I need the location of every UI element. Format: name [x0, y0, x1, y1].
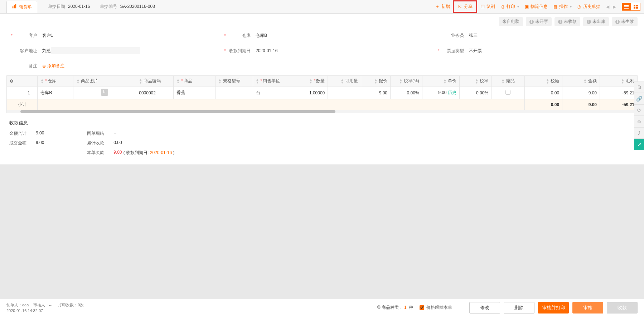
cell-taxamt: 0.00	[525, 87, 562, 99]
add-remark-link[interactable]: ⊕添加备注	[42, 63, 64, 69]
col-taxrate[interactable]: ▲▼税率(%)	[391, 76, 422, 87]
grid-header-row: ⚙ ▲▼*仓库 ▲▼商品图片 ▲▼商品编码 ▲▼*商品 ▲▼规格型号 ▲▼*销售…	[7, 76, 638, 87]
cell-gift[interactable]	[492, 87, 525, 99]
cell-saleunit[interactable]: 台	[253, 87, 290, 99]
col-index	[20, 76, 38, 87]
delete-button[interactable]: 删除	[504, 302, 534, 313]
cell-warehouse[interactable]: 仓库B	[38, 87, 73, 99]
svg-rect-2	[15, 4, 16, 8]
col-taxamt[interactable]: ▲▼税额	[525, 76, 562, 87]
rail-link-button[interactable]: 🔗	[634, 93, 644, 104]
image-placeholder-icon	[101, 89, 108, 96]
rail-user-button[interactable]: ☺	[634, 116, 644, 127]
svg-rect-9	[636, 7, 638, 9]
svg-rect-4	[624, 6, 629, 7]
no-value: SA-20200116-003	[120, 4, 155, 9]
footer-mid: © 商品种类：1 种 价格跟踪本单 修改 删除 审核并打印 审核 收款	[377, 302, 638, 313]
field-salesman: *业务员张三	[438, 33, 630, 39]
cell-qty[interactable]: 1.00000	[290, 87, 328, 99]
col-amount[interactable]: ▲▼金额	[562, 76, 600, 87]
field-customer: *客户客户1	[11, 33, 203, 39]
cell-price[interactable]: 9.00历史	[422, 87, 460, 99]
col-spec[interactable]: ▲▼规格型号	[215, 76, 253, 87]
table-row[interactable]: 1 仓库B 0000002 香蕉 台 1.00000 9.00 0.00% 9.…	[7, 87, 638, 99]
cell-image[interactable]	[73, 87, 136, 99]
pill-source: 来自电脑	[499, 17, 523, 26]
history-button[interactable]: ◷历史单据	[575, 2, 602, 11]
follow-price-checkbox[interactable]: 价格跟踪本单	[420, 305, 452, 311]
footer: 制单人：aaa 审核人：-- 打印次数：0次 2020-01-16 14:32:…	[0, 299, 644, 316]
audit-print-button[interactable]: 审核并打印	[538, 302, 569, 313]
col-image[interactable]: ▲▼商品图片	[73, 76, 136, 87]
copy-button[interactable]: ❐复制	[478, 2, 497, 11]
nav-arrows: ◀ ▶	[606, 4, 616, 9]
col-available[interactable]: ▲▼可用量	[328, 76, 361, 87]
col-profit[interactable]: ▲▼毛利	[600, 76, 638, 87]
link-icon: 🔗	[636, 96, 642, 102]
side-rail: 🗎 🔗 ⟳ ☺ ⤴ ⤢	[634, 82, 644, 150]
grid-horizontal-scrollbar[interactable]	[6, 110, 638, 113]
new-button[interactable]: ＋新增	[433, 2, 452, 11]
pill-unpaid: i未收款	[555, 17, 580, 26]
rail-doc-button[interactable]: 🗎	[634, 82, 644, 93]
topbar-actions: ＋新增 ⇱分享 ❐复制 ⎙打印▾ ▣物流信息 ▦操作▾ ◷历史单据 ◀ ▶	[433, 0, 640, 13]
cell-taxrate[interactable]: 0.00%	[391, 87, 422, 99]
date-value: 2020-01-16	[68, 4, 90, 9]
maker-value: aaa	[22, 303, 29, 307]
warehouse-value[interactable]: 仓库B	[256, 33, 267, 39]
info-icon: i	[558, 20, 562, 24]
rail-refresh-button[interactable]: ⟳	[634, 104, 644, 116]
view-list-button[interactable]	[622, 3, 631, 11]
customer-value[interactable]: 客户1	[42, 33, 53, 39]
invoice-value[interactable]: 不开票	[469, 48, 482, 54]
grid-settings-button[interactable]: ⚙	[7, 76, 20, 87]
refresh-icon: ⟳	[637, 107, 641, 113]
info-icon: i	[587, 20, 591, 24]
rail-share-button[interactable]: ⤴	[634, 127, 644, 139]
scrollbar-thumb[interactable]	[20, 110, 335, 113]
col-quote[interactable]: ▲▼报价	[361, 76, 391, 87]
address-value[interactable]: 刘总	[42, 48, 51, 54]
salesman-value[interactable]: 张三	[469, 33, 478, 39]
truck-icon: ▣	[524, 4, 529, 9]
col-warehouse[interactable]: ▲▼*仓库	[38, 76, 73, 87]
print-button[interactable]: ⎙打印▾	[498, 2, 521, 11]
price-history-link[interactable]: 历史	[448, 90, 456, 95]
prev-record-button[interactable]: ◀	[606, 4, 609, 9]
modify-button[interactable]: 修改	[469, 302, 500, 313]
chevron-down-icon: ▾	[570, 5, 572, 9]
col-gift[interactable]: ▲▼赠品	[492, 76, 525, 87]
cell-code[interactable]: 0000002	[136, 87, 174, 99]
receive-button: 收款	[607, 302, 638, 313]
auditor-value: --	[49, 303, 52, 307]
field-remark: *备注⊕添加备注	[11, 63, 203, 69]
next-record-button[interactable]: ▶	[613, 4, 616, 9]
tab-title: 销货单	[19, 4, 32, 10]
tab-sales-order[interactable]: 销货单	[6, 1, 37, 13]
kv-deal: 成交金额9.00	[9, 140, 44, 146]
share-out-icon: ⤴	[638, 130, 640, 136]
col-price[interactable]: ▲▼单价	[422, 76, 460, 87]
gift-checkbox[interactable]	[505, 90, 510, 95]
col-code[interactable]: ▲▼商品编码	[136, 76, 174, 87]
col-taxpct[interactable]: ▲▼税率	[460, 76, 492, 87]
cell-spec[interactable]	[215, 87, 253, 99]
chevron-down-icon: ▾	[517, 5, 519, 9]
rail-expand-button[interactable]: ⤢	[634, 139, 644, 150]
audit-button[interactable]: 审核	[572, 302, 603, 313]
cell-quote[interactable]: 9.00	[361, 87, 391, 99]
operate-button[interactable]: ▦操作▾	[551, 2, 574, 11]
col-product[interactable]: ▲▼*商品	[174, 76, 216, 87]
col-saleunit[interactable]: ▲▼*销售单位	[253, 76, 290, 87]
kinds-info: © 商品种类：1 种	[377, 305, 413, 311]
cell-taxpct[interactable]: 0.00%	[460, 87, 492, 99]
col-qty[interactable]: ▲▼*数量	[290, 76, 328, 87]
share-button[interactable]: ⇱分享	[455, 2, 475, 11]
duedate-value[interactable]: 2020-01-16	[256, 48, 277, 53]
logistics-button[interactable]: ▣物流信息	[522, 2, 550, 11]
pill-unoutstock: i未出库	[583, 17, 609, 26]
share-highlight-box: ⇱分享	[453, 0, 477, 13]
view-card-button[interactable]	[631, 3, 640, 11]
svg-rect-0	[13, 6, 14, 8]
cell-product[interactable]: 香蕉	[174, 87, 216, 99]
